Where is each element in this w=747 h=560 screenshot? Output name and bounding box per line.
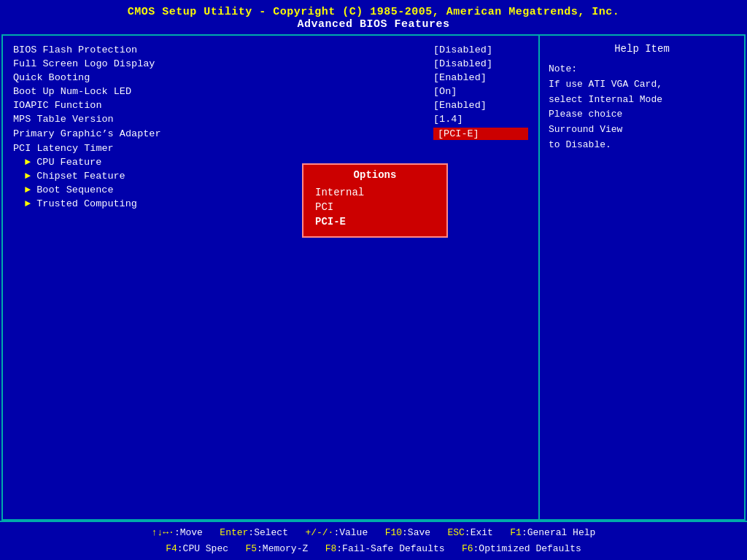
submenu-arrow-cpu: ► [25, 157, 36, 168]
dropdown-title: Options [312, 169, 438, 181]
main-content: BIOS Flash Protection [Disabled] Full Sc… [1, 34, 746, 521]
trusted-computing-submenu[interactable]: ► Trusted Computing [13, 197, 528, 211]
footer: ↑↓↔·:Move Enter:Select +/-/·:Value F10:S… [0, 521, 747, 560]
help-title: Help Item [549, 43, 735, 55]
ioapic-function[interactable]: IOAPIC Function [Enabled] [13, 98, 528, 112]
full-screen-logo[interactable]: Full Screen Logo Display [Disabled] [13, 57, 528, 71]
header-line2: Advanced BIOS Features [0, 18, 747, 31]
help-panel: Help Item Note: If use ATI VGA Card, sel… [540, 36, 744, 519]
bios-flash-protection[interactable]: BIOS Flash Protection [Disabled] [13, 43, 528, 57]
submenu-arrow-chipset: ► [25, 171, 36, 182]
primary-graphics-adapter[interactable]: Primary Graphic’s Adapter [PCI-E] [13, 126, 528, 141]
boot-sequence-submenu[interactable]: ► Boot Sequence [13, 183, 528, 197]
chipset-feature-submenu[interactable]: ► Chipset Feature [13, 169, 528, 183]
footer-line2: F4:CPU Spec F5:Memory-Z F8:Fail-Safe Def… [6, 541, 741, 557]
bios-screen: CMOS Setup Utility - Copyright (C) 1985-… [0, 0, 747, 560]
header: CMOS Setup Utility - Copyright (C) 1985-… [0, 0, 747, 34]
left-panel: BIOS Flash Protection [Disabled] Full Sc… [3, 36, 540, 519]
cpu-feature-submenu[interactable]: ► CPU Feature [13, 155, 528, 169]
submenu-arrow-trusted: ► [25, 198, 36, 209]
dropdown-option-pci[interactable]: PCI [312, 200, 438, 214]
boot-num-lock[interactable]: Boot Up Num-Lock LED [On] [13, 85, 528, 98]
options-dropdown: Options Internal PCI PCI-E [302, 163, 448, 238]
mps-table-version[interactable]: MPS Table Version [1.4] [13, 112, 528, 126]
header-line1: CMOS Setup Utility - Copyright (C) 1985-… [0, 6, 747, 18]
dropdown-option-pcie[interactable]: PCI-E [312, 214, 438, 229]
quick-booting[interactable]: Quick Booting [Enabled] [13, 71, 528, 85]
footer-line1: ↑↓↔·:Move Enter:Select +/-/·:Value F10:S… [6, 525, 741, 541]
submenu-arrow-boot: ► [25, 184, 36, 195]
dropdown-option-internal[interactable]: Internal [312, 185, 438, 200]
help-note: Note: If use ATI VGA Card, select Intern… [549, 62, 735, 153]
pci-latency-timer[interactable]: PCI Latency Timer [13, 141, 528, 155]
